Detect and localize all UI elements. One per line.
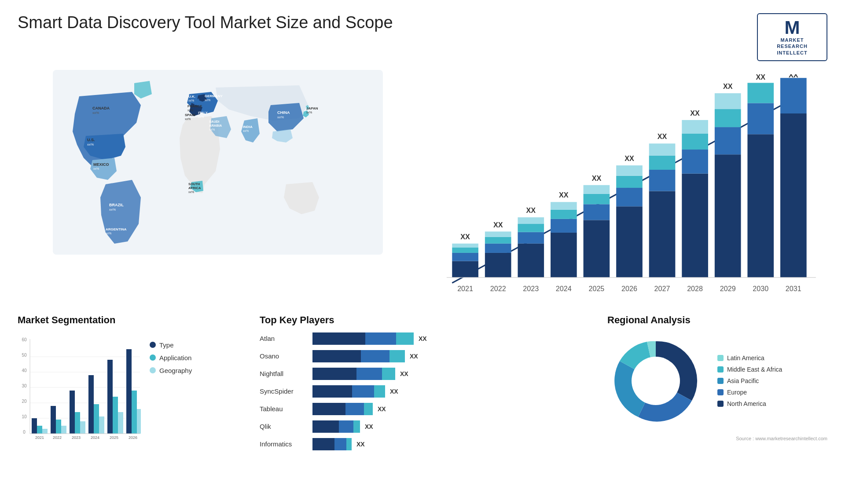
brand-logo: M MARKET RESEARCH INTELLECT	[757, 13, 827, 61]
svg-rect-116	[56, 420, 61, 434]
svg-rect-94	[780, 78, 807, 113]
svg-text:U.K.: U.K.	[188, 95, 195, 99]
svg-rect-111	[32, 418, 37, 434]
svg-text:SAUDI: SAUDI	[209, 120, 219, 124]
latin-america-dot	[717, 355, 724, 361]
bottom-row: Market Segmentation 0 10 20 30 40 50 60	[18, 314, 827, 456]
svg-rect-132	[132, 391, 137, 434]
svg-text:50: 50	[22, 353, 27, 358]
svg-text:0: 0	[23, 430, 26, 435]
player-row-osano: Osano XX	[260, 350, 594, 362]
legend-europe: Europe	[717, 389, 782, 396]
legend-north-america: North America	[717, 400, 782, 407]
svg-text:2030: 2030	[753, 285, 768, 292]
bar-seg2	[365, 332, 396, 345]
svg-text:INDIA: INDIA	[243, 125, 253, 129]
svg-text:xx%: xx%	[87, 142, 94, 146]
svg-rect-70	[649, 191, 676, 277]
svg-text:2025: 2025	[588, 285, 604, 292]
page-header: Smart Data Discovery Tool Market Size an…	[18, 13, 827, 61]
player-row-syncspider: SyncSpider XX	[260, 385, 594, 398]
svg-text:40: 40	[22, 368, 27, 373]
canada-label: CANADA	[92, 106, 110, 110]
svg-rect-127	[107, 360, 113, 434]
svg-text:AFRICA: AFRICA	[188, 186, 201, 190]
players-section: Top Key Players Atlan XX Osano	[255, 314, 599, 456]
svg-rect-128	[113, 397, 118, 434]
svg-text:2021: 2021	[35, 435, 44, 440]
svg-text:xx%: xx%	[306, 111, 312, 114]
regional-inner: Latin America Middle East & Africa Asia …	[607, 332, 827, 429]
svg-text:xx%: xx%	[209, 128, 215, 131]
svg-rect-43	[485, 231, 511, 237]
svg-rect-78	[682, 134, 708, 150]
middle-east-dot	[717, 366, 724, 373]
svg-text:ITALY: ITALY	[198, 111, 208, 115]
svg-rect-59	[584, 204, 610, 220]
svg-rect-48	[518, 224, 544, 232]
svg-rect-84	[715, 109, 741, 127]
svg-rect-52	[551, 233, 577, 278]
legend-latin-america: Latin America	[717, 354, 782, 362]
svg-text:xx%: xx%	[109, 208, 116, 212]
svg-text:JAPAN: JAPAN	[306, 106, 318, 110]
svg-rect-46	[518, 244, 544, 278]
legend-application: Application	[150, 354, 192, 362]
segmentation-chart: 0 10 20 30 40 50 60 2021	[18, 332, 141, 442]
svg-rect-37	[452, 244, 478, 248]
svg-rect-90	[747, 83, 774, 103]
logo-letter: M	[785, 18, 800, 37]
svg-text:ARGENTINA: ARGENTINA	[106, 227, 127, 231]
svg-rect-58	[584, 220, 610, 278]
svg-text:XX: XX	[559, 191, 569, 199]
svg-rect-112	[37, 426, 42, 434]
svg-text:SOUTH: SOUTH	[188, 182, 200, 186]
svg-text:XX: XX	[658, 132, 667, 140]
svg-text:xx%: xx%	[188, 190, 194, 194]
svg-text:XX: XX	[460, 233, 470, 241]
svg-text:MEXICO: MEXICO	[93, 162, 109, 167]
legend-middle-east-africa: Middle East & Africa	[717, 366, 782, 373]
svg-rect-120	[75, 412, 80, 434]
svg-text:2023: 2023	[523, 285, 539, 292]
svg-text:BRAZIL: BRAZIL	[109, 203, 124, 207]
svg-text:xx%: xx%	[243, 129, 249, 132]
svg-rect-60	[584, 194, 610, 205]
logo-text: MARKET RESEARCH INTELLECT	[777, 37, 808, 56]
page-title: Smart Data Discovery Tool Market Size an…	[18, 13, 393, 32]
svg-text:xx%: xx%	[205, 99, 210, 102]
svg-text:2025: 2025	[110, 435, 118, 440]
europe-dot	[717, 389, 724, 395]
north-america-dot	[717, 401, 724, 407]
svg-rect-83	[715, 127, 741, 154]
svg-rect-49	[518, 217, 544, 224]
player-row-tableau: Tableau XX	[260, 403, 594, 415]
svg-rect-93	[780, 113, 807, 278]
svg-text:xx%: xx%	[92, 111, 99, 115]
type-dot	[150, 342, 156, 348]
svg-text:XX: XX	[592, 174, 602, 182]
svg-text:FRANCE: FRANCE	[187, 104, 202, 108]
svg-rect-71	[649, 170, 676, 191]
svg-rect-72	[649, 156, 676, 170]
svg-rect-55	[551, 202, 577, 209]
player-row-nightfall: Nightfall XX	[260, 368, 594, 380]
svg-text:2031: 2031	[786, 285, 801, 292]
svg-rect-131	[126, 349, 132, 434]
svg-text:XX: XX	[625, 154, 634, 162]
bar-seg3	[396, 332, 414, 345]
svg-text:xx%: xx%	[185, 117, 191, 121]
svg-text:GERMANY: GERMANY	[205, 94, 223, 98]
svg-text:CHINA: CHINA	[277, 110, 290, 115]
players-title: Top Key Players	[260, 314, 594, 326]
svg-text:xx%: xx%	[93, 167, 99, 170]
svg-rect-85	[715, 93, 741, 109]
svg-text:XX: XX	[493, 220, 503, 228]
player-row-informatics: Informatics XX	[260, 438, 594, 450]
svg-text:xx%: xx%	[277, 115, 284, 119]
svg-rect-36	[452, 247, 478, 252]
svg-rect-76	[682, 174, 708, 278]
regional-section: Regional Analysis	[607, 314, 827, 456]
svg-text:10: 10	[22, 414, 27, 419]
svg-rect-42	[485, 237, 511, 244]
